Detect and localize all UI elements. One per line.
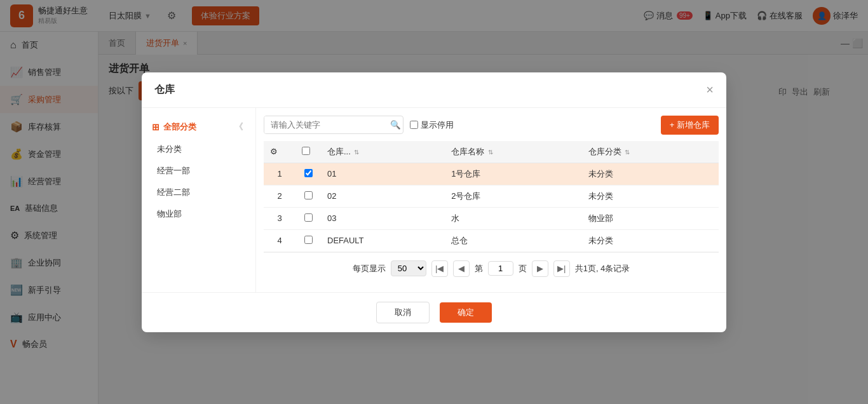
show-disabled-label: 显示停用 <box>410 119 454 131</box>
th-category-label: 仓库分类 <box>588 147 621 156</box>
th-name-label: 仓库名称 <box>451 147 484 156</box>
modal-close-button[interactable]: × <box>706 83 714 97</box>
row-num: 1 <box>264 163 295 185</box>
row-num: 2 <box>264 185 295 207</box>
per-page-label: 每页显示 <box>353 263 386 274</box>
cancel-button[interactable]: 取消 <box>376 302 430 323</box>
cat-item-property[interactable]: 物业部 <box>142 203 255 225</box>
show-disabled-text: 显示停用 <box>421 119 454 131</box>
table-row[interactable]: 1 01 1号仓库 未分类 <box>264 163 719 185</box>
cat-item-dept2[interactable]: 经营二部 <box>142 182 255 203</box>
row-checkbox-cell <box>295 207 321 229</box>
category-panel: ⊞ 全部分类 《 未分类 经营一部 经营二部 物业部 <box>142 108 256 292</box>
table-header-row: ⚙ 仓库... ⇅ 仓库名称 ⇅ <box>264 141 719 163</box>
row-code: 02 <box>321 185 445 207</box>
row-name: 2号仓库 <box>445 185 581 207</box>
category-grid-icon: ⊞ <box>152 122 159 132</box>
search-box: 🔍 <box>264 116 403 134</box>
cat-label-property: 物业部 <box>157 209 182 219</box>
th-name[interactable]: 仓库名称 ⇅ <box>445 141 581 163</box>
column-gear-icon: ⚙ <box>270 147 278 156</box>
next-page-btn[interactable]: ▶ <box>532 260 548 277</box>
th-code-label: 仓库... <box>327 147 351 156</box>
row-checkbox-cell <box>295 163 321 185</box>
select-all-checkbox[interactable] <box>302 147 310 155</box>
all-category-item[interactable]: ⊞ 全部分类 《 <box>142 116 255 138</box>
row-code: 01 <box>321 163 445 185</box>
per-page-select[interactable]: 50 10 20 100 <box>391 260 426 276</box>
row-checkbox[interactable] <box>304 191 313 199</box>
row-checkbox[interactable] <box>304 169 313 177</box>
page-end-label: 页 <box>519 263 527 274</box>
row-checkbox[interactable] <box>304 236 313 244</box>
modal-body: ⊞ 全部分类 《 未分类 经营一部 经营二部 物业部 <box>142 108 726 292</box>
modal-footer: 取消 确定 <box>142 292 726 332</box>
warehouse-table: ⚙ 仓库... ⇅ 仓库名称 ⇅ <box>264 141 719 252</box>
row-category: 未分类 <box>582 163 719 185</box>
row-name: 1号仓库 <box>445 163 581 185</box>
table-body: 1 01 1号仓库 未分类 2 02 2号仓库 未分类 3 03 水 物业部 4… <box>264 163 719 252</box>
row-name: 总仓 <box>445 229 581 252</box>
modal-title: 仓库 <box>154 83 175 97</box>
th-code[interactable]: 仓库... ⇅ <box>321 141 445 163</box>
table-row[interactable]: 3 03 水 物业部 <box>264 207 719 229</box>
modal-header: 仓库 × <box>142 72 726 108</box>
modal-overlay: 仓库 × ⊞ 全部分类 《 未分类 经营一部 经营二部 <box>0 0 868 404</box>
row-checkbox-cell <box>295 185 321 207</box>
page-label: 第 <box>475 263 483 274</box>
prev-page-btn[interactable]: ◀ <box>453 260 470 277</box>
sort-name-icon: ⇅ <box>488 149 493 156</box>
all-category-label: 全部分类 <box>163 121 196 133</box>
row-code: 03 <box>321 207 445 229</box>
row-category: 未分类 <box>582 229 719 252</box>
row-num: 3 <box>264 207 295 229</box>
row-category: 未分类 <box>582 185 719 207</box>
cat-label-unclassified: 未分类 <box>157 144 182 154</box>
show-disabled-checkbox[interactable] <box>410 121 418 129</box>
first-page-btn[interactable]: |◀ <box>431 260 448 277</box>
page-number-input[interactable] <box>488 261 513 276</box>
add-warehouse-button[interactable]: + 新增仓库 <box>661 116 719 135</box>
row-code: DEFAULT <box>321 229 445 252</box>
search-button[interactable]: 🔍 <box>384 116 403 133</box>
row-checkbox[interactable] <box>304 213 313 222</box>
table-panel: 🔍 显示停用 + 新增仓库 ⚙ <box>256 108 726 292</box>
th-category[interactable]: 仓库分类 ⇅ <box>582 141 719 163</box>
table-toolbar: 🔍 显示停用 + 新增仓库 <box>264 116 719 135</box>
pagination: 每页显示 50 10 20 100 |◀ ◀ 第 页 ▶ ▶| 共1页, 4条记… <box>264 252 719 285</box>
sort-code-icon: ⇅ <box>354 149 359 156</box>
cat-item-dept1[interactable]: 经营一部 <box>142 160 255 182</box>
total-label: 共1页, 4条记录 <box>575 263 630 274</box>
confirm-button[interactable]: 确定 <box>440 302 492 323</box>
table-row[interactable]: 2 02 2号仓库 未分类 <box>264 185 719 207</box>
row-name: 水 <box>445 207 581 229</box>
warehouse-modal: 仓库 × ⊞ 全部分类 《 未分类 经营一部 经营二部 <box>142 72 726 332</box>
cat-label-dept1: 经营一部 <box>157 166 190 175</box>
th-checkbox <box>295 141 321 163</box>
row-checkbox-cell <box>295 229 321 252</box>
row-category: 物业部 <box>582 207 719 229</box>
table-row[interactable]: 4 DEFAULT 总仓 未分类 <box>264 229 719 252</box>
sort-category-icon: ⇅ <box>625 149 630 156</box>
cat-item-unclassified[interactable]: 未分类 <box>142 138 255 160</box>
cat-collapse-btn[interactable]: 《 <box>233 121 245 133</box>
th-gear: ⚙ <box>264 141 295 163</box>
row-num: 4 <box>264 229 295 252</box>
cat-label-dept2: 经营二部 <box>157 187 190 197</box>
search-input[interactable] <box>264 116 384 133</box>
last-page-btn[interactable]: ▶| <box>553 260 570 277</box>
